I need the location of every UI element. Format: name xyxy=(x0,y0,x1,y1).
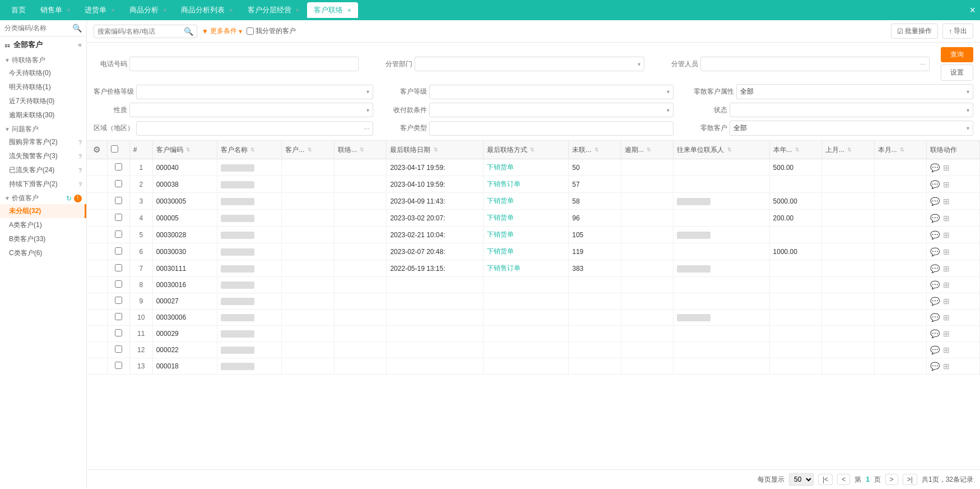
col-this-month[interactable]: 本月... ⇅ xyxy=(874,141,927,159)
chat-icon[interactable]: 💬 xyxy=(930,297,940,306)
sidebar-item-today[interactable]: 今天待联络(0) xyxy=(0,66,86,80)
tab-sales-close[interactable]: × xyxy=(67,7,70,13)
refresh-icon[interactable]: ↻ xyxy=(66,195,72,202)
last-page-btn[interactable]: >| xyxy=(903,474,917,485)
grid-icon[interactable]: ⊞ xyxy=(943,247,950,256)
close-all-tabs[interactable]: × xyxy=(969,4,976,16)
tab-home[interactable]: 首页 xyxy=(4,2,32,18)
sidebar-search-input[interactable] xyxy=(4,24,70,32)
sidebar-item-churned[interactable]: 已流失客户(24) ? xyxy=(0,163,86,177)
row-checkbox[interactable] xyxy=(115,197,122,204)
my-customers-checkbox[interactable]: 我分管的客户 xyxy=(247,26,296,36)
select-all-checkbox[interactable] xyxy=(111,145,118,153)
grid-icon[interactable]: ⊞ xyxy=(943,163,950,172)
group-value-customers-label[interactable]: ▼ 价值客户 ↻ ! xyxy=(0,191,86,204)
tab-customer-contact[interactable]: 客户联络 × xyxy=(307,2,357,18)
per-page-select[interactable]: 50 xyxy=(789,473,814,486)
tab-sales[interactable]: 销售单 × xyxy=(34,2,77,18)
col-contacts[interactable]: 往来单位联系人 ⇅ xyxy=(674,141,769,159)
tab-purchase[interactable]: 进货单 × xyxy=(78,2,121,18)
settings-icon[interactable]: ⚙ xyxy=(93,145,100,154)
contact-method-link[interactable]: 下销售订单 xyxy=(487,264,521,272)
export-btn[interactable]: ↑ 导出 xyxy=(942,24,973,39)
row-checkbox[interactable] xyxy=(115,180,122,187)
col-uncontacted-days[interactable]: 未联... ⇅ xyxy=(569,141,621,159)
next-page-btn[interactable]: > xyxy=(885,474,898,485)
contact-method-link[interactable]: 下销货单 xyxy=(487,247,514,255)
row-checkbox[interactable] xyxy=(115,163,122,170)
grid-icon[interactable]: ⊞ xyxy=(943,362,950,371)
prev-page-btn[interactable]: < xyxy=(837,474,850,485)
filter-retail-attr-select[interactable]: 全部▾ xyxy=(736,84,973,99)
col-contact-info[interactable]: 联络... ⇅ xyxy=(334,141,387,159)
tab-customer-contact-close[interactable]: × xyxy=(347,7,351,13)
col-customer-type[interactable]: 客户... ⇅ xyxy=(282,141,335,159)
tab-analysis-list-close[interactable]: × xyxy=(229,7,233,13)
chat-icon[interactable]: 💬 xyxy=(930,214,940,223)
row-checkbox[interactable] xyxy=(115,247,122,255)
sidebar-item-churn-warning[interactable]: 流失预警客户(3) ? xyxy=(0,149,86,163)
chat-icon[interactable]: 💬 xyxy=(930,329,940,338)
row-checkbox[interactable] xyxy=(115,362,122,369)
sidebar-item-overdue-contact[interactable]: 逾期未联络(30) xyxy=(0,108,86,122)
tab-analysis-list[interactable]: 商品分析列表 × xyxy=(174,2,239,18)
col-name[interactable]: 客户名称 ⇅ xyxy=(217,141,281,159)
grid-icon[interactable]: ⊞ xyxy=(943,280,950,289)
grid-icon[interactable]: ⊞ xyxy=(943,264,950,273)
grid-icon[interactable]: ⊞ xyxy=(943,345,950,354)
filter-payment-select[interactable]: ▾ xyxy=(429,103,673,117)
chat-icon[interactable]: 💬 xyxy=(930,313,940,322)
sidebar-item-unclassified[interactable]: 未分组(32) xyxy=(0,204,86,218)
grid-icon[interactable]: ⊞ xyxy=(943,214,950,223)
grid-icon[interactable]: ⊞ xyxy=(943,180,950,189)
tab-analysis[interactable]: 商品分析 × xyxy=(123,2,173,18)
chat-icon[interactable]: 💬 xyxy=(930,280,940,289)
filter-customer-level-select[interactable]: ▾ xyxy=(429,85,673,99)
chat-icon[interactable]: 💬 xyxy=(930,362,940,371)
collapse-icon[interactable]: « xyxy=(78,41,82,49)
col-last-contact-method[interactable]: 最后联络方式 ⇅ xyxy=(483,141,569,159)
contact-method-link[interactable]: 下销货单 xyxy=(487,197,514,205)
sidebar-item-hoarding[interactable]: 囤购异常客户(2) ? xyxy=(0,135,86,149)
row-checkbox[interactable] xyxy=(115,230,122,238)
filter-area-input[interactable]: ··· xyxy=(136,121,373,136)
more-conditions-btn[interactable]: ▼ 更多条件 ▾ xyxy=(202,26,242,36)
col-overdue[interactable]: 逾期... ⇅ xyxy=(621,141,674,159)
chat-icon[interactable]: 💬 xyxy=(930,163,940,172)
sidebar-item-class-c[interactable]: C类客户(6) xyxy=(0,246,86,260)
row-checkbox[interactable] xyxy=(115,280,122,288)
row-checkbox[interactable] xyxy=(115,297,122,304)
contact-method-link[interactable]: 下销货单 xyxy=(487,163,514,171)
row-checkbox[interactable] xyxy=(115,214,122,221)
group-problem-customers-label[interactable]: ▼ 问题客户 xyxy=(0,122,86,135)
chat-icon[interactable]: 💬 xyxy=(930,230,940,239)
cell-last-contact-method[interactable]: 下销售订单 xyxy=(483,260,569,277)
grid-icon[interactable]: ⊞ xyxy=(943,197,950,206)
row-checkbox[interactable] xyxy=(115,345,122,353)
cell-last-contact-method[interactable]: 下销售订单 xyxy=(483,176,569,193)
filter-nature-select[interactable]: ▾ xyxy=(129,103,373,117)
all-customers-header[interactable]: ⚏ 全部客户 « xyxy=(0,36,86,53)
filter-price-level-select[interactable]: ▾ xyxy=(136,85,373,99)
sidebar-item-tomorrow[interactable]: 明天待联络(1) xyxy=(0,80,86,94)
col-last-contact-date[interactable]: 最后联络日期 ⇅ xyxy=(387,141,483,159)
batch-ops-btn[interactable]: ☑ 批量操作 xyxy=(891,24,938,39)
tab-purchase-close[interactable]: × xyxy=(111,7,114,13)
sidebar-item-7days[interactable]: 近7天待联络(0) xyxy=(0,94,86,108)
tab-analysis-close[interactable]: × xyxy=(163,7,166,13)
chat-icon[interactable]: 💬 xyxy=(930,264,940,273)
filter-search-icon[interactable]: 🔍 xyxy=(184,27,193,36)
grid-icon[interactable]: ⊞ xyxy=(943,297,950,306)
tab-customer-segment-close[interactable]: × xyxy=(296,7,299,13)
sidebar-item-class-b[interactable]: B类客户(33) xyxy=(0,232,86,246)
contact-method-link[interactable]: 下销货单 xyxy=(487,230,514,238)
col-code[interactable]: 客户编码 ⇅ xyxy=(152,141,217,159)
chat-icon[interactable]: 💬 xyxy=(930,345,940,354)
my-customers-check[interactable] xyxy=(247,27,254,35)
grid-icon[interactable]: ⊞ xyxy=(943,313,950,322)
cell-last-contact-method[interactable]: 下销货单 xyxy=(483,193,569,210)
col-this-year[interactable]: 本年... ⇅ xyxy=(769,141,822,159)
filter-customer-type-input[interactable] xyxy=(429,121,673,136)
chat-icon[interactable]: 💬 xyxy=(930,247,940,256)
filter-phone-input[interactable] xyxy=(129,57,359,71)
